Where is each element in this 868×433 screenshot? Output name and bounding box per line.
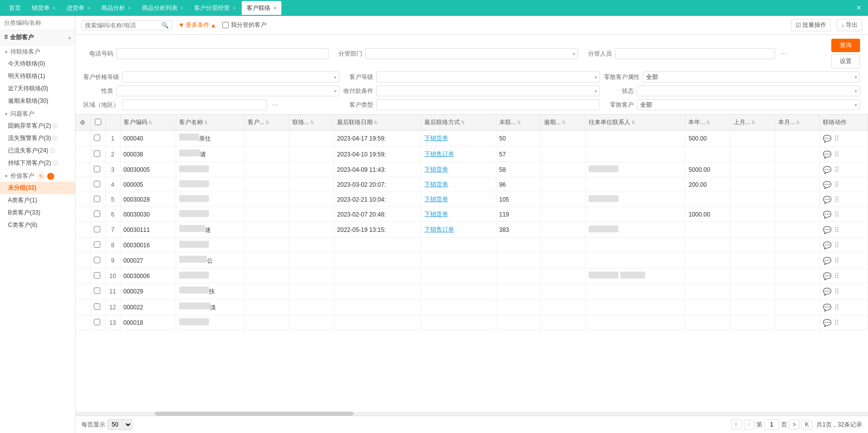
- page-number-input[interactable]: [764, 420, 779, 430]
- row-checkbox[interactable]: [94, 196, 100, 202]
- row-checkbox[interactable]: [94, 319, 100, 325]
- sidebar-item-declining[interactable]: 持续下滑客户(2) ⓘ: [0, 157, 75, 169]
- col-last-contact-date[interactable]: 最后联络日期 ⇅: [334, 115, 421, 131]
- refresh-icon[interactable]: ↻: [37, 172, 45, 180]
- sidebar-group-value[interactable]: ▼ 价值客户 ↻ !: [0, 169, 75, 182]
- action-message-icon[interactable]: 💬: [823, 211, 831, 218]
- collapse-icon[interactable]: «: [68, 35, 71, 41]
- sidebar-group-pending[interactable]: ▼ 待联络客户: [0, 45, 75, 58]
- nav-tab-customer-layer[interactable]: 客户分层经营 ×: [189, 1, 241, 15]
- action-more-icon[interactable]: ⠿: [834, 319, 839, 327]
- col-contact[interactable]: 联络... ⇅: [289, 115, 334, 131]
- sidebar-item-abnormal[interactable]: 固购异常客户(2) ⓘ: [0, 120, 75, 132]
- action-more-icon[interactable]: ⠿: [834, 272, 839, 280]
- contact-method-link[interactable]: 下销货单: [424, 196, 448, 203]
- action-message-icon[interactable]: 💬: [823, 181, 831, 189]
- col-customer-type[interactable]: 客户... ⇅: [244, 115, 289, 131]
- product-analysis-list-tab-close[interactable]: ×: [181, 5, 184, 11]
- manager-input[interactable]: [615, 48, 776, 59]
- sidebar-item-churn-warning[interactable]: 流失预警客户(3) ⓘ: [0, 132, 75, 144]
- first-page-button[interactable]: K: [731, 420, 742, 430]
- col-customer-code[interactable]: 客户编码 ⇅: [120, 115, 176, 131]
- horizontal-scrollbar[interactable]: [75, 412, 868, 416]
- sidebar-group-problem[interactable]: ▼ 问题客户: [0, 107, 75, 120]
- action-more-icon[interactable]: ⠿: [834, 303, 839, 311]
- sale-tab-close[interactable]: ×: [53, 5, 56, 11]
- nav-tab-product-analysis-list[interactable]: 商品分析列表 ×: [137, 1, 189, 15]
- nav-tab-sale[interactable]: 销货单 ×: [27, 1, 61, 15]
- window-close-button[interactable]: ×: [854, 3, 864, 12]
- col-settings[interactable]: ⚙: [75, 115, 90, 131]
- page-size-select[interactable]: 50 20 100: [107, 419, 133, 430]
- customer-contact-tab-close[interactable]: ×: [273, 5, 276, 11]
- col-last-month[interactable]: 上月... ⇅: [730, 115, 775, 131]
- row-checkbox[interactable]: [94, 257, 100, 263]
- action-more-icon[interactable]: ⠿: [834, 166, 839, 174]
- sidebar-item-class-b[interactable]: B类客户(33): [0, 207, 75, 219]
- manager-more-btn[interactable]: ···: [778, 50, 789, 58]
- col-this-year[interactable]: 本年... ⇅: [685, 115, 730, 131]
- action-more-icon[interactable]: ⠿: [834, 196, 839, 204]
- nav-tab-home[interactable]: 首页: [4, 1, 26, 15]
- price-level-select[interactable]: [122, 72, 339, 82]
- purchase-tab-close[interactable]: ×: [87, 5, 90, 11]
- contact-method-link[interactable]: 下销货单: [424, 181, 448, 188]
- all-customers-header[interactable]: ⠿ 全部客户 «: [0, 30, 75, 45]
- filter-search-input[interactable]: [85, 22, 159, 29]
- contact-method-link[interactable]: 下销售订单: [424, 226, 454, 233]
- my-customer-filter[interactable]: 我分管的客户: [222, 21, 267, 29]
- filter-search-icon[interactable]: 🔍: [161, 22, 169, 29]
- sidebar-item-7day-pending[interactable]: 近7天待联络(0): [0, 82, 75, 95]
- col-overdue[interactable]: 逾期... ⇅: [541, 115, 586, 131]
- row-checkbox[interactable]: [94, 135, 100, 141]
- action-more-icon[interactable]: ⠿: [834, 226, 839, 234]
- product-analysis-tab-close[interactable]: ×: [128, 5, 131, 11]
- action-message-icon[interactable]: 💬: [823, 257, 831, 265]
- nav-tab-product-analysis[interactable]: 商品分析 ×: [96, 1, 136, 15]
- action-message-icon[interactable]: 💬: [823, 150, 831, 158]
- row-checkbox[interactable]: [94, 303, 100, 310]
- action-more-icon[interactable]: ⠿: [834, 288, 839, 295]
- my-customer-checkbox[interactable]: [222, 22, 229, 28]
- action-message-icon[interactable]: 💬: [823, 196, 831, 204]
- sidebar-item-churned[interactable]: 已流失客户(24) ⓘ: [0, 144, 75, 157]
- status-select[interactable]: [637, 85, 860, 96]
- bulk-action-button[interactable]: ☑ 批量操作: [791, 19, 831, 31]
- customer-level-select[interactable]: [376, 72, 600, 82]
- last-page-button[interactable]: K: [801, 420, 812, 430]
- col-company-contact[interactable]: 往来单位联系人 ⇅: [586, 115, 685, 131]
- retail-customer-select[interactable]: 全部: [637, 99, 860, 110]
- sidebar-item-class-a[interactable]: A类客户(1): [0, 194, 75, 207]
- region-more-btn[interactable]: ···: [270, 101, 280, 109]
- scrollbar-thumb[interactable]: [155, 412, 353, 416]
- phone-input[interactable]: [116, 48, 329, 59]
- row-checkbox[interactable]: [94, 226, 100, 232]
- next-page-button[interactable]: >: [789, 420, 800, 430]
- col-no-contact[interactable]: 未联... ⇅: [496, 115, 540, 131]
- sidebar-item-class-c[interactable]: C类客户(6): [0, 219, 75, 231]
- col-customer-name[interactable]: 客户名称 ⇅: [176, 115, 244, 131]
- customer-layer-tab-close[interactable]: ×: [233, 5, 236, 11]
- nav-tab-purchase[interactable]: 进货单 ×: [62, 1, 95, 15]
- prev-page-button[interactable]: <: [744, 420, 754, 430]
- nature-select[interactable]: [116, 85, 339, 96]
- sidebar-item-tomorrow-pending[interactable]: 明天待联络(1): [0, 70, 75, 82]
- action-message-icon[interactable]: 💬: [823, 272, 831, 280]
- action-message-icon[interactable]: 💬: [823, 303, 831, 311]
- row-checkbox[interactable]: [94, 181, 100, 187]
- filter-more-button[interactable]: ▼ 更多条件 ▲: [178, 21, 216, 29]
- action-message-icon[interactable]: 💬: [823, 166, 831, 174]
- customer-type-input[interactable]: [376, 99, 600, 110]
- select-all-checkbox[interactable]: [95, 119, 101, 125]
- region-input[interactable]: [122, 99, 267, 110]
- sidebar-item-ungrouped[interactable]: 未分组(32): [0, 182, 75, 194]
- contact-method-link[interactable]: 下销货单: [424, 166, 448, 173]
- action-more-icon[interactable]: ⠿: [834, 181, 839, 189]
- action-message-icon[interactable]: 💬: [823, 319, 831, 327]
- action-more-icon[interactable]: ⠿: [834, 241, 839, 249]
- row-checkbox[interactable]: [94, 272, 100, 279]
- contact-method-link[interactable]: 下销货单: [424, 211, 448, 217]
- export-button[interactable]: ↓ 导出: [837, 19, 862, 31]
- sidebar-search-input[interactable]: [4, 19, 75, 26]
- action-message-icon[interactable]: 💬: [823, 241, 831, 249]
